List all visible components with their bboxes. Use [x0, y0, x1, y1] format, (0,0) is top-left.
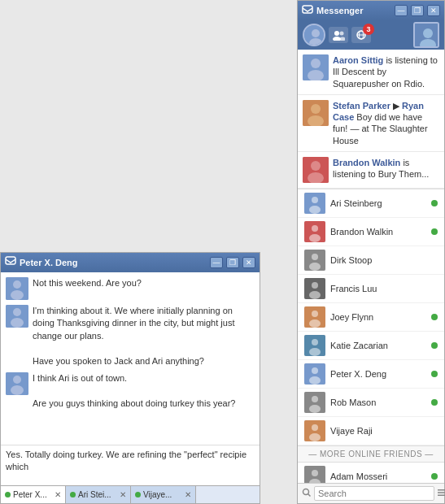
friend-name: Dirk Stoop	[330, 255, 438, 265]
svg-point-24	[312, 197, 318, 203]
svg-point-45	[312, 396, 318, 402]
svg-rect-55	[438, 489, 445, 491]
svg-point-2	[312, 29, 320, 37]
feed-arrow: ▶	[393, 101, 402, 111]
messenger-titlebar: Messenger — ❐ ✕	[298, 1, 444, 20]
svg-point-46	[309, 405, 321, 413]
feed-item-2[interactable]: Stefan Parker ▶ Ryan Case Boy did we hav…	[298, 95, 444, 152]
friend-item-joey-flynn[interactable]: Joey Flynn	[298, 303, 444, 332]
friend-item-more-0[interactable]: Adam Mosseri	[298, 463, 444, 483]
friend-item-peter-x.-deng[interactable]: Peter X. Deng	[298, 360, 444, 389]
svg-point-31	[309, 263, 321, 271]
friend-name: Brandon Walkin	[330, 227, 426, 237]
svg-point-37	[309, 319, 321, 328]
chat-msg-3: I think Ari is out of town.Are you guys …	[6, 372, 255, 410]
online-indicator	[431, 228, 438, 235]
friend-avatar	[304, 363, 325, 385]
svg-point-42	[312, 367, 318, 374]
friend-name: Peter X. Deng	[330, 369, 426, 379]
tab-close-peter[interactable]: ✕	[55, 491, 61, 499]
feed-avatar-2	[303, 100, 329, 126]
svg-point-40	[309, 348, 321, 356]
chat-restore-btn[interactable]: ❐	[226, 257, 239, 268]
friend-item-ari-steinberg[interactable]: Ari Steinberg	[298, 189, 444, 218]
friend-avatar	[304, 250, 325, 271]
messenger-panel: Messenger — ❐ ✕	[297, 0, 445, 504]
more-online-label: — MORE ONLINE FRIENDS —	[298, 445, 444, 463]
friend-item-dirk-stoop[interactable]: Dirk Stoop	[298, 246, 444, 275]
svg-point-15	[311, 59, 321, 68]
chat-title: Peter X. Deng	[20, 258, 207, 267]
friend-item-katie-zacarian[interactable]: Katie Zacarian	[298, 332, 444, 360]
online-indicator	[431, 200, 438, 206]
globe-icon[interactable]: 3	[351, 27, 371, 43]
messenger-restore-btn[interactable]: ❐	[411, 5, 424, 16]
svg-rect-56	[438, 492, 445, 493]
svg-point-21	[311, 161, 321, 171]
search-settings-icon[interactable]	[437, 488, 445, 500]
svg-point-34	[309, 291, 321, 299]
chat-close-btn[interactable]: ✕	[242, 257, 255, 268]
search-input[interactable]	[314, 486, 434, 501]
messenger-close-btn[interactable]: ✕	[427, 5, 440, 16]
friend-avatar	[304, 278, 325, 299]
svg-point-67	[11, 385, 24, 395]
friend-item-francis-luu[interactable]: Francis Luu	[298, 275, 444, 303]
tab-online-dot-ari	[70, 492, 76, 497]
chat-minimize-btn[interactable]: —	[210, 257, 223, 268]
svg-point-4	[334, 31, 339, 36]
chat-tab-peter[interactable]: Peter X... ✕	[1, 486, 66, 503]
chat-input-area: Yes. Totally doing turkey. We are refini…	[1, 445, 260, 485]
chat-messages: Not this weekend. Are you? I'm thinking …	[1, 272, 260, 445]
search-icon	[302, 488, 312, 500]
chat-icon	[5, 256, 16, 270]
svg-point-48	[312, 424, 318, 431]
chat-msg-text-2: I'm thinking about it. We where initiall…	[33, 305, 255, 367]
svg-point-30	[312, 254, 318, 260]
friend-avatar	[304, 466, 325, 483]
svg-point-43	[309, 376, 321, 385]
friend-avatar	[304, 335, 325, 356]
profile-avatar-large[interactable]	[413, 22, 439, 48]
chat-tab-vijaye[interactable]: Vijaye... ✕	[131, 486, 196, 503]
online-indicator	[431, 314, 438, 320]
friend-item-brandon-walkin[interactable]: Brandon Walkin	[298, 218, 444, 246]
svg-point-7	[340, 37, 346, 41]
friends-list: Ari Steinberg Brandon Walkin Dirk Stoop	[298, 189, 444, 483]
svg-point-64	[11, 318, 24, 328]
friends-icon[interactable]	[329, 27, 348, 43]
feed-text-2: Stefan Parker ▶ Ryan Case Boy did we hav…	[333, 100, 439, 146]
tab-label-peter: Peter X...	[13, 490, 52, 499]
chat-input[interactable]: Yes. Totally doing turkey. We are refini…	[6, 449, 255, 482]
friend-avatar	[304, 193, 325, 214]
chat-msg-text-3: I think Ari is out of town.Are you guys …	[33, 372, 235, 410]
feed-text-1: Aaron Sittig is listening to Ill Descent…	[333, 54, 439, 89]
chat-msg-text-1: Not this weekend. Are you?	[33, 277, 142, 289]
chat-tabbar: Peter X... ✕ Ari Stei... ✕ Vijaye... ✕	[1, 485, 260, 503]
friend-avatar	[304, 420, 325, 441]
svg-point-53	[303, 489, 309, 494]
svg-point-12	[423, 28, 433, 38]
chat-window: Peter X. Deng — ❐ ✕ Not this weekend. Ar…	[0, 252, 260, 504]
notification-badge: 3	[363, 24, 374, 35]
svg-point-5	[333, 37, 341, 41]
friend-item-vijaye-raji[interactable]: Vijaye Raji	[298, 417, 444, 445]
messenger-icon	[302, 5, 313, 16]
svg-point-39	[312, 339, 318, 345]
svg-point-60	[13, 280, 21, 289]
feed-avatar-1	[303, 54, 329, 80]
friend-avatar	[304, 392, 325, 413]
friend-item-rob-mason[interactable]: Rob Mason	[298, 389, 444, 417]
online-indicator	[431, 473, 438, 480]
chat-msg-avatar-1	[6, 277, 28, 300]
feed-item-3[interactable]: Brandon Walkin is listening to Bury Them…	[298, 152, 444, 189]
svg-point-63	[13, 308, 21, 316]
svg-point-51	[312, 470, 318, 476]
tab-close-vijaye[interactable]: ✕	[185, 491, 191, 499]
feed-item-1[interactable]: Aaron Sittig is listening to Ill Descent…	[298, 50, 444, 95]
tab-close-ari[interactable]: ✕	[120, 491, 126, 499]
tab-label-ari: Ari Stei...	[78, 490, 117, 499]
chat-tab-ari[interactable]: Ari Stei... ✕	[66, 486, 131, 503]
messenger-minimize-btn[interactable]: —	[395, 5, 408, 16]
feed-avatar-3	[303, 157, 329, 183]
